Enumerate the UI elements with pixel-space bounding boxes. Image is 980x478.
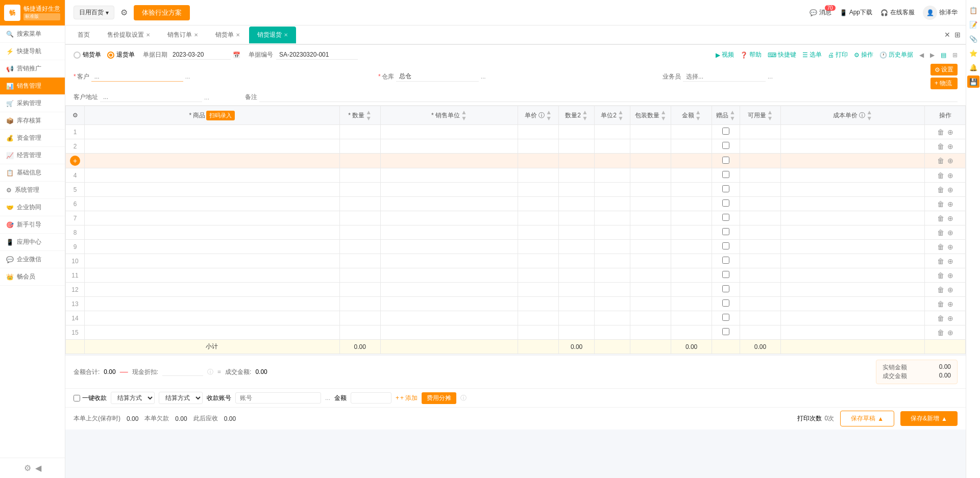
copy-12[interactable]: ⊕ — [947, 286, 953, 294]
gift-cb-8[interactable] — [722, 228, 729, 235]
sidebar-item-basic-info[interactable]: 📋 基础信息 — [0, 164, 65, 182]
pack-cell-3[interactable] — [630, 154, 671, 168]
one-click-checkbox[interactable] — [74, 395, 80, 401]
close-return-tab-icon[interactable]: ✕ — [284, 32, 288, 38]
settings-bottom-icon[interactable]: ⚙ — [24, 463, 31, 473]
gift-cb-7[interactable] — [722, 214, 729, 221]
split-help-icon[interactable]: ⓘ — [460, 394, 467, 402]
add-payment-btn[interactable]: + + 添加 — [396, 394, 418, 402]
sidebar-item-vip[interactable]: 👑 畅会员 — [0, 268, 65, 286]
copy-10[interactable]: ⊕ — [947, 257, 953, 265]
tab-home[interactable]: 首页 — [69, 27, 98, 43]
del-9[interactable]: 🗑 — [937, 243, 944, 251]
unit2-cell-1[interactable] — [595, 125, 630, 139]
price-cell-2[interactable] — [518, 139, 559, 154]
gift-cb-14[interactable] — [722, 314, 729, 321]
topbar-gear-icon[interactable]: ⚙ — [120, 8, 128, 17]
qty2-cell-2[interactable] — [559, 139, 595, 154]
copy-4[interactable]: ⊕ — [947, 171, 953, 180]
available-cell-3[interactable] — [740, 154, 780, 168]
staff-more-icon[interactable]: ... — [768, 73, 773, 80]
copy-row-3-icon[interactable]: ⊕ — [947, 157, 953, 165]
warehouse-more-icon[interactable]: ... — [481, 73, 486, 80]
price-sort-arrows[interactable]: ▲▼ — [546, 109, 552, 121]
right-btn-6[interactable]: 💾 — [967, 76, 979, 88]
copy-5[interactable]: ⊕ — [947, 186, 953, 194]
amount-cell-2[interactable] — [671, 139, 712, 154]
unit-cell-3[interactable] — [380, 154, 518, 168]
maximize-icon[interactable]: ⊞ — [953, 30, 962, 40]
delete-row-3-icon[interactable]: 🗑 — [937, 157, 944, 165]
amount-cell-3[interactable] — [671, 154, 712, 168]
copy-row-2-icon[interactable]: ⊕ — [947, 142, 953, 150]
delete-row-1-icon[interactable]: 🗑 — [937, 128, 944, 136]
available-cell-1[interactable] — [740, 125, 780, 139]
pack-cell-1[interactable] — [630, 125, 671, 139]
del-14[interactable]: 🗑 — [937, 314, 944, 322]
date-input[interactable] — [169, 50, 231, 60]
gift-checkbox-3[interactable] — [722, 157, 729, 164]
unit-cell-1[interactable] — [380, 125, 518, 139]
del-11[interactable]: 🗑 — [937, 271, 944, 280]
trial-btn[interactable]: 体验行业方案 — [134, 5, 190, 20]
close-bill-tab-icon[interactable]: ✕ — [236, 32, 240, 38]
gift-cb-4[interactable] — [722, 171, 729, 178]
industry-selector[interactable]: 日用百货 ▾ — [74, 6, 114, 19]
right-btn-4[interactable]: ⭐ — [967, 47, 979, 59]
del-10[interactable]: 🗑 — [937, 257, 944, 265]
unit2-sort-arrows[interactable]: ▲▼ — [618, 109, 624, 121]
gift-cb-10[interactable] — [722, 257, 729, 264]
calendar-icon[interactable]: 📅 — [233, 52, 240, 59]
close-order-tab-icon[interactable]: ✕ — [194, 32, 198, 38]
gift-checkbox-2[interactable] — [722, 142, 729, 149]
close-tab-icon[interactable]: ✕ — [943, 30, 951, 40]
tab-sales-order[interactable]: 销售订单 ✕ — [159, 27, 206, 43]
payment-amount-input[interactable] — [351, 392, 391, 404]
qty-cell-1[interactable] — [339, 125, 380, 139]
sidebar-item-guide[interactable]: 🎯 新手引导 — [0, 216, 65, 234]
product-cell-2[interactable] — [85, 139, 340, 154]
qty-sort-arrows[interactable]: ▲▼ — [365, 109, 372, 121]
qty-cell-3[interactable] — [339, 154, 380, 168]
del-7[interactable]: 🗑 — [937, 214, 944, 222]
radio-return-bill[interactable]: 退货单 — [107, 51, 135, 59]
nav-next-icon[interactable]: ▶ — [930, 52, 935, 59]
sidebar-item-finance[interactable]: 💰 资金管理 — [0, 130, 65, 147]
copy-15[interactable]: ⊕ — [947, 329, 953, 337]
logistics-btn[interactable]: + 物流 — [930, 78, 958, 89]
del-13[interactable]: 🗑 — [937, 300, 944, 308]
right-btn-1[interactable]: 📋 — [967, 4, 979, 16]
tab-sales-return[interactable]: 销货退货 ✕ — [249, 27, 296, 43]
bill-no-input[interactable] — [276, 50, 358, 60]
help-btn[interactable]: ❓ 帮助 — [740, 51, 762, 59]
del-8[interactable]: 🗑 — [937, 229, 944, 237]
app-download-btn[interactable]: 📱 App下载 — [840, 8, 872, 17]
amount-sort-arrows[interactable]: ▲▼ — [695, 109, 701, 121]
operate-btn[interactable]: ⚙ 操作 — [854, 51, 873, 59]
one-click-pay-checkbox[interactable]: 一键收款 — [74, 394, 107, 402]
copy-9[interactable]: ⊕ — [947, 243, 953, 251]
settings-btn[interactable]: ⚙ 设置 — [930, 64, 958, 76]
product-input-3[interactable] — [89, 157, 335, 164]
product-cell-1[interactable] — [85, 125, 340, 139]
unit2-cell-2[interactable] — [595, 139, 630, 154]
settlement-select[interactable]: 结算方式 — [111, 392, 155, 404]
gift-cell-1[interactable] — [712, 125, 740, 139]
copy-8[interactable]: ⊕ — [947, 229, 953, 237]
list-view-icon[interactable]: ▤ — [941, 52, 946, 59]
user-avatar[interactable]: 👤 徐泽华 — [923, 6, 958, 20]
select-btn[interactable]: ☰ 选单 — [802, 51, 822, 59]
radio-sale-bill[interactable]: 销货单 — [74, 51, 101, 59]
account-input[interactable] — [235, 392, 321, 404]
address-input[interactable] — [100, 92, 202, 102]
gift-sort-arrows[interactable]: ▲▼ — [729, 109, 736, 121]
address-more-icon[interactable]: ... — [204, 94, 209, 101]
del-4[interactable]: 🗑 — [937, 171, 944, 180]
sidebar-item-operations[interactable]: 📈 经营管理 — [0, 147, 65, 164]
copy-14[interactable]: ⊕ — [947, 314, 953, 322]
sidebar-item-inventory[interactable]: 📦 库存核算 — [0, 112, 65, 130]
close-price-tab-icon[interactable]: ✕ — [146, 32, 150, 38]
cost-cell-3[interactable] — [780, 154, 924, 168]
tab-sales-bill[interactable]: 销货单 ✕ — [207, 27, 248, 43]
video-btn[interactable]: ▶ 视频 — [716, 51, 734, 59]
